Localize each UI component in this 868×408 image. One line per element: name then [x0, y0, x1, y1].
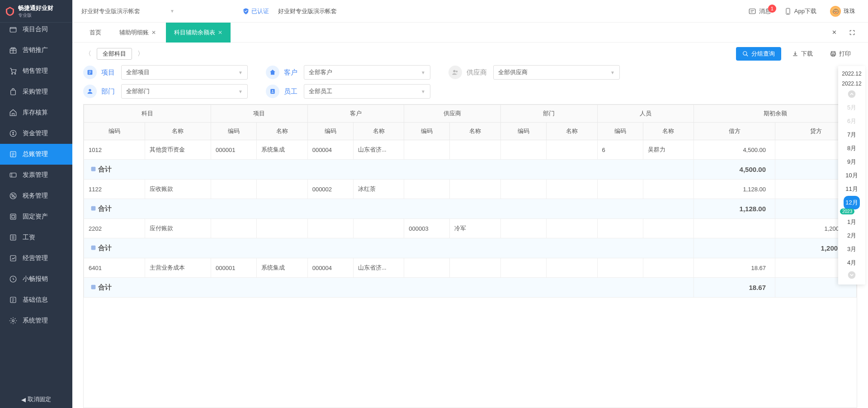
period-scroll-down[interactable]	[846, 270, 857, 282]
breadcrumb-next[interactable]: 〉	[136, 50, 146, 58]
logo-icon	[5, 6, 15, 17]
tab-2[interactable]: 科目辅助余额表✕	[166, 23, 231, 43]
folder-icon	[9, 25, 17, 33]
svg-rect-11	[10, 214, 16, 219]
nav-label: 采购管理	[23, 88, 48, 96]
chevron-down-icon: ▼	[238, 89, 243, 94]
department-icon	[86, 88, 94, 95]
period-month[interactable]: 7月	[844, 128, 860, 142]
chevron-up-icon	[847, 90, 856, 99]
tab-1[interactable]: 辅助明细账✕	[111, 23, 164, 43]
nav-item-6[interactable]: 总账管理	[0, 144, 72, 165]
close-all-tabs-button[interactable]: ✕	[827, 26, 841, 39]
download-button[interactable]: 下载	[786, 47, 819, 61]
svg-point-26	[453, 70, 455, 72]
tab-close-icon[interactable]: ✕	[218, 29, 222, 36]
supplier-select[interactable]: 全部供应商▼	[493, 65, 620, 80]
breadcrumb-prev[interactable]: 〈	[83, 50, 93, 58]
nav-item-2[interactable]: 销售管理	[0, 61, 72, 81]
th-person: 人员	[597, 105, 694, 123]
table-row[interactable]: 1122应收账款 000002冰红茶 1,128.00	[84, 180, 857, 199]
th-supplier: 供应商	[404, 105, 501, 123]
nav-item-13[interactable]: 基础信息	[0, 289, 72, 310]
user-menu[interactable]: 🐵 珠珠	[826, 6, 860, 17]
nav-item-1[interactable]: 营销推广	[0, 40, 72, 61]
percent-icon	[9, 192, 17, 200]
nav-label: 工资	[23, 233, 35, 242]
table-row[interactable]: 合计18.67	[84, 278, 857, 298]
balance-table: 科目 项目 客户 供应商 部门 人员 期初余额 编码名称 编码名称 编码名称 编…	[84, 104, 857, 298]
group-query-button[interactable]: 分组查询	[736, 47, 781, 61]
messages-button[interactable]: 消息 1	[744, 7, 775, 15]
nav-label: 小畅报销	[23, 275, 48, 283]
table-row[interactable]: 1012其他货币资金 000001系统集成 000004山东省济... 6吴群力…	[84, 140, 857, 160]
tab-label: 科目辅助余额表	[174, 28, 215, 37]
message-badge: 1	[768, 5, 776, 13]
cancel-pin-button[interactable]: ◀ 取消固定	[0, 391, 72, 408]
period-month[interactable]: 12月	[844, 196, 860, 209]
period-month[interactable]: 9月	[844, 155, 860, 169]
svg-rect-31	[91, 167, 96, 171]
breadcrumb: 〈 全部科目 〉	[83, 48, 146, 60]
table-row[interactable]: 合计1,200.00	[84, 238, 857, 258]
nav-item-3[interactable]: 采购管理	[0, 81, 72, 102]
period-month[interactable]: 3月	[844, 242, 860, 256]
nav-item-10[interactable]: 工资	[0, 227, 72, 248]
svg-point-9	[12, 195, 13, 195]
period-month[interactable]: 2月	[844, 229, 860, 242]
period-month[interactable]: 4月	[844, 256, 860, 270]
period-month[interactable]: 8月	[844, 142, 860, 155]
expand-icon	[849, 29, 855, 36]
shield-icon	[242, 8, 250, 15]
nav-item-8[interactable]: 税务管理	[0, 185, 72, 206]
nav-item-14[interactable]: 系统管理	[0, 310, 72, 331]
breadcrumb-current[interactable]: 全部科目	[97, 48, 132, 60]
supplier-icon	[452, 69, 459, 76]
tab-0[interactable]: 首页	[81, 23, 109, 43]
tab-close-icon[interactable]: ✕	[151, 29, 156, 36]
nav-item-0[interactable]: 项目合同	[0, 19, 72, 40]
nav-item-9[interactable]: 固定资产	[0, 206, 72, 227]
filter-project: 项目 全部项目▼	[83, 65, 248, 80]
ticket-icon	[9, 171, 17, 179]
svg-point-30	[272, 90, 274, 91]
period-to[interactable]: 2022.12	[839, 79, 864, 89]
customer-select[interactable]: 全部客户▼	[304, 65, 430, 80]
project-select[interactable]: 全部项目▼	[121, 65, 248, 80]
period-scroll-up[interactable]	[846, 89, 857, 101]
nav-item-5[interactable]: 资金管理	[0, 123, 72, 144]
app-download-button[interactable]: App下载	[780, 7, 821, 15]
message-icon	[748, 7, 756, 15]
period-month[interactable]: 11月	[844, 182, 860, 196]
filter-customer: 客户 全部客户▼	[266, 65, 430, 80]
nav-item-12[interactable]: 小畅报销	[0, 269, 72, 289]
table-row[interactable]: 6401主营业务成本 000001系统集成 000004山东省济... 18.6…	[84, 258, 857, 278]
department-select[interactable]: 全部部门▼	[121, 84, 248, 99]
nav-label: 营销推广	[23, 46, 48, 54]
filter-department: 部门 全部部门▼	[83, 84, 248, 99]
subtotal-icon	[90, 284, 96, 290]
print-button[interactable]: 打印	[824, 47, 857, 61]
filter-employee: 员工 全部员工▼	[266, 84, 430, 99]
nav-item-7[interactable]: 发票管理	[0, 165, 72, 185]
asset-icon	[9, 213, 17, 221]
period-month[interactable]: 1月	[844, 215, 860, 229]
table-row[interactable]: 2202应付账款 000003冷军 1,200.00	[84, 219, 857, 238]
table-row[interactable]: 合计1,128.00	[84, 199, 857, 219]
svg-point-35	[848, 90, 856, 98]
fullscreen-button[interactable]	[845, 26, 859, 39]
period-month: 5月	[844, 101, 860, 114]
table-row[interactable]: 合计4,500.00	[84, 160, 857, 180]
nav-label: 总账管理	[23, 150, 48, 158]
svg-point-17	[12, 320, 14, 322]
account-select[interactable]: 好业财专业版演示帐套 ▼	[81, 7, 238, 15]
nav-item-11[interactable]: 经营管理	[0, 248, 72, 269]
period-from[interactable]: 2022.12	[839, 69, 864, 79]
svg-rect-7	[10, 173, 16, 177]
avatar: 🐵	[830, 6, 841, 17]
employee-select[interactable]: 全部员工▼	[304, 84, 430, 99]
nav-item-4[interactable]: 库存核算	[0, 102, 72, 123]
period-month[interactable]: 10月	[844, 169, 860, 182]
svg-point-10	[14, 196, 14, 197]
salary-icon	[9, 233, 17, 242]
